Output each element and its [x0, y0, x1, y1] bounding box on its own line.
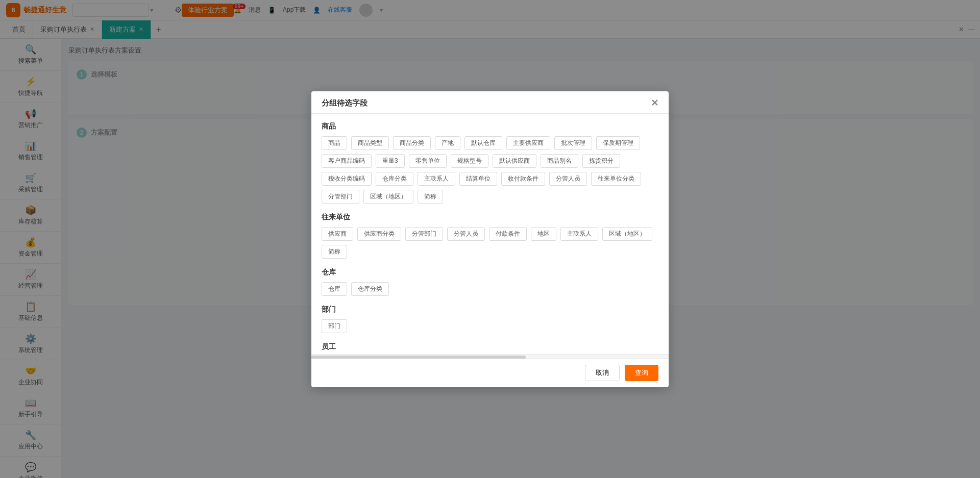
chip-customer-sku[interactable]: 客户商品编码: [322, 154, 372, 168]
chip-abbrev[interactable]: 简称: [418, 190, 443, 204]
chip-product-type[interactable]: 商品类型: [351, 136, 389, 150]
section-contact-chips: 供应商 供应商分类 分管部门 分管人员 付款条件 地区 主联系人 区域（地区） …: [322, 227, 658, 259]
modal-header: 分组待选字段 ✕: [311, 91, 669, 114]
modal-overlay: 分组待选字段 ✕ 商品 商品 商品类型 商品分类 产地 默认仓库 主要供应商 批…: [0, 0, 980, 478]
chip-contact-manager[interactable]: 分管人员: [447, 227, 485, 241]
chip-department[interactable]: 部门: [322, 319, 347, 333]
chip-shelf-life[interactable]: 保质期管理: [596, 136, 640, 150]
chip-contact-dept[interactable]: 分管部门: [405, 227, 443, 241]
section-contact-title: 往来单位: [322, 213, 658, 222]
section-dept-chips: 部门: [322, 319, 658, 333]
chip-tax-code[interactable]: 税收分类编码: [322, 172, 372, 186]
modal-footer: 取消 查询: [311, 358, 669, 387]
section-product-chips: 商品 商品类型 商品分类 产地 默认仓库 主要供应商 批次管理 保质期管理 客户…: [322, 136, 658, 204]
section-warehouse: 仓库 仓库 仓库分类: [322, 268, 658, 296]
chip-spec-model[interactable]: 规格型号: [451, 154, 488, 168]
chip-pick-points[interactable]: 拣货积分: [582, 154, 620, 168]
modal-dialog: 分组待选字段 ✕ 商品 商品 商品类型 商品分类 产地 默认仓库 主要供应商 批…: [311, 91, 669, 387]
chip-payment-terms[interactable]: 收付款条件: [501, 172, 545, 186]
chip-product-cat[interactable]: 商品分类: [393, 136, 431, 150]
chip-region[interactable]: 区域（地区）: [363, 190, 413, 204]
chip-contact-region[interactable]: 区域（地区）: [602, 227, 652, 241]
chip-area[interactable]: 地区: [531, 227, 556, 241]
chip-warehouse-cat[interactable]: 仓库分类: [376, 172, 413, 186]
chip-default-warehouse[interactable]: 默认仓库: [464, 136, 502, 150]
chip-warehouse[interactable]: 仓库: [322, 282, 347, 296]
chip-dept[interactable]: 分管部门: [322, 190, 359, 204]
chip-contact-main[interactable]: 主联系人: [560, 227, 598, 241]
modal-title: 分组待选字段: [322, 98, 368, 108]
chip-default-supplier[interactable]: 默认供应商: [493, 154, 536, 168]
section-dept: 部门 部门: [322, 305, 658, 333]
chip-supplier[interactable]: 供应商: [322, 227, 353, 241]
modal-body: 商品 商品 商品类型 商品分类 产地 默认仓库 主要供应商 批次管理 保质期管理…: [311, 114, 669, 354]
chip-retail-unit[interactable]: 零售单位: [409, 154, 447, 168]
chip-main-contact[interactable]: 主联系人: [418, 172, 455, 186]
cancel-button[interactable]: 取消: [585, 365, 620, 381]
chip-product-alias[interactable]: 商品别名: [541, 154, 578, 168]
modal-horizontal-scrollbar[interactable]: [311, 354, 669, 358]
chip-payment-cond[interactable]: 付款条件: [489, 227, 527, 241]
chip-batch-mgmt[interactable]: 批次管理: [554, 136, 592, 150]
chip-supplier-cat[interactable]: 供应商分类: [357, 227, 401, 241]
section-staff-title: 员工: [322, 342, 658, 351]
chip-contact-cat[interactable]: 往来单位分类: [591, 172, 641, 186]
section-staff: 员工 业务员: [322, 342, 658, 354]
section-warehouse-chips: 仓库 仓库分类: [322, 282, 658, 296]
chip-settle-unit[interactable]: 结算单位: [459, 172, 497, 186]
chip-manager[interactable]: 分管人员: [549, 172, 587, 186]
chip-contact-abbrev[interactable]: 简称: [322, 245, 347, 259]
section-product: 商品 商品 商品类型 商品分类 产地 默认仓库 主要供应商 批次管理 保质期管理…: [322, 122, 658, 204]
section-contact: 往来单位 供应商 供应商分类 分管部门 分管人员 付款条件 地区 主联系人 区域…: [322, 213, 658, 259]
chip-origin[interactable]: 产地: [435, 136, 460, 150]
section-warehouse-title: 仓库: [322, 268, 658, 277]
chip-warehouse-class[interactable]: 仓库分类: [351, 282, 389, 296]
chip-product[interactable]: 商品: [322, 136, 347, 150]
chip-weight3[interactable]: 重量3: [376, 154, 405, 168]
modal-hscroll-thumb[interactable]: [311, 356, 526, 359]
section-dept-title: 部门: [322, 305, 658, 314]
chip-main-supplier[interactable]: 主要供应商: [506, 136, 550, 150]
section-product-title: 商品: [322, 122, 658, 131]
modal-close-button[interactable]: ✕: [651, 98, 658, 108]
confirm-button[interactable]: 查询: [625, 365, 658, 381]
